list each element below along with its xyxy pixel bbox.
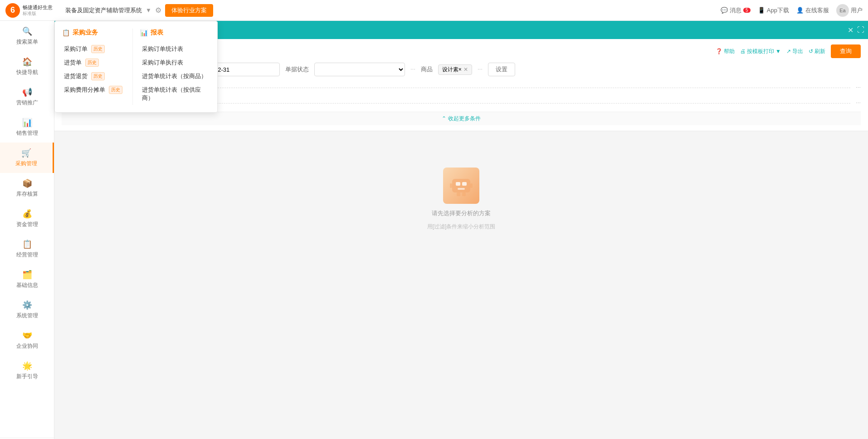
sidebar-item-system[interactable]: ⚙️ 系统管理: [0, 295, 54, 325]
help-label: 帮助: [724, 48, 735, 55]
goods-receipt-label: 进货单: [64, 59, 82, 67]
logo-area: 6 畅捷通好生意 标准版: [5, 3, 60, 18]
dropdown-item-purchase-cost[interactable]: 采购费用分摊单 历史: [62, 83, 132, 97]
tab-close-window-icon[interactable]: ✕: [848, 26, 853, 35]
export-btn[interactable]: ↗ 导出: [786, 48, 803, 55]
sidebar: 🔍 搜索菜单 🏠 快捷导航 📢 营销推广 📊 销售管理 🛒 采购管理 📦 库存核…: [0, 21, 54, 439]
sidebar-item-sales-label: 销售管理: [16, 129, 38, 137]
user-avatar: Ea: [836, 4, 849, 17]
setting-btn[interactable]: 设置: [488, 63, 515, 76]
top-bar: 6 畅捷通好生意 标准版 装备及固定资产辅助管理系统 ▼ ⚙ 体验行业方案 💬 …: [0, 0, 868, 21]
query-btn[interactable]: 查询: [831, 44, 861, 58]
sidebar-item-marketing-label: 营销推广: [16, 99, 38, 107]
dropdown-item-receipt-stat-supplier[interactable]: 进货单统计表（按供应商）: [140, 83, 210, 105]
sidebar-item-sales[interactable]: 📊 销售管理: [0, 112, 54, 143]
basic-info-icon: 🗂️: [22, 270, 32, 280]
app-download-btn[interactable]: 📱 App下载: [758, 6, 789, 15]
settings-icon[interactable]: ⚙: [155, 6, 161, 15]
goods-label: 商品: [421, 65, 433, 74]
customer-more-icon[interactable]: ⋯: [856, 100, 861, 106]
goods-receipt-hist-badge: 历史: [85, 59, 99, 67]
help-btn[interactable]: ❓ 帮助: [716, 48, 735, 55]
dropdown-item-goods-return[interactable]: 进货退货 历史: [62, 69, 132, 83]
search-menu-icon: 🔍: [22, 26, 32, 36]
help-icon: ❓: [716, 48, 722, 54]
sidebar-item-new-guide-label: 新手引导: [16, 373, 38, 380]
sidebar-item-search-menu[interactable]: 🔍 搜索菜单: [0, 21, 54, 51]
dropdown-item-receipt-stat-goods[interactable]: 进货单统计表（按商品）: [140, 69, 210, 83]
svg-rect-4: [450, 183, 452, 188]
system-title-dropdown-icon[interactable]: ▼: [146, 7, 151, 14]
empty-hint2: 用[过滤]条件来缩小分析范围: [427, 223, 496, 231]
refresh-icon: ↺: [809, 48, 813, 54]
svg-rect-5: [470, 183, 473, 188]
doc-status-more-icon[interactable]: ⋯: [410, 67, 415, 73]
print-btn[interactable]: 🖨 按模板打印 ▼: [740, 48, 781, 55]
dropdown-item-purchase-order[interactable]: 采购订单 历史: [62, 42, 132, 56]
message-btn[interactable]: 💬 消息 5: [721, 6, 751, 15]
user-btn[interactable]: Ea 用户: [836, 4, 863, 17]
top-bar-actions: 💬 消息 5 📱 App下载 👤 在线客服 Ea 用户: [721, 4, 863, 17]
sidebar-item-inventory-label: 库存核算: [16, 190, 38, 198]
tab-maximize-icon[interactable]: ⛶: [857, 26, 864, 34]
marketing-icon: 📢: [22, 87, 32, 97]
purchase-order-exec-label: 采购订单执行表: [142, 59, 183, 67]
dropdown-overlay: 📋 采购业务 采购订单 历史 进货单 历史 进货退货 历史 采购费用分摊单 历史: [54, 21, 218, 113]
goods-return-hist-badge: 历史: [91, 72, 105, 80]
dropdown-purchase-title: 📋 采购业务: [62, 29, 132, 37]
logo-line1: 畅捷通好生意: [23, 4, 53, 10]
empty-state: 请先选择要分析的方案 用[过滤]条件来缩小分析范围: [54, 131, 868, 267]
sidebar-item-business[interactable]: 📋 经营管理: [0, 234, 54, 264]
collapse-bar[interactable]: ⌃ 收起更多条件: [62, 112, 861, 125]
system-title: 装备及固定资产辅助管理系统: [65, 6, 142, 15]
sidebar-item-basic-info-label: 基础信息: [16, 281, 38, 289]
svg-rect-2: [462, 182, 467, 186]
report-section-icon: 📊: [140, 29, 148, 36]
quick-nav-icon: 🏠: [22, 57, 32, 67]
sidebar-item-finance-label: 资金管理: [16, 221, 38, 228]
message-badge: 5: [743, 8, 751, 13]
sidebar-item-finance[interactable]: 💰 资金管理: [0, 203, 54, 234]
sidebar-item-purchase[interactable]: 🛒 采购管理: [0, 143, 54, 173]
empty-hint1: 请先选择要分析的方案: [432, 209, 491, 217]
export-label: 导出: [792, 48, 803, 55]
dropdown-item-purchase-order-stat[interactable]: 采购订单统计表: [140, 42, 210, 56]
sidebar-item-system-label: 系统管理: [16, 312, 38, 320]
print-label: 按模板打印: [747, 48, 774, 55]
goods-more-icon[interactable]: ⋯: [478, 67, 483, 73]
salesperson-more-icon[interactable]: ⋯: [856, 85, 861, 91]
toolbar-right: ❓ 帮助 🖨 按模板打印 ▼ ↗ 导出 ↺: [716, 44, 861, 58]
dropdown-item-goods-receipt[interactable]: 进货单 历史: [62, 56, 132, 69]
purchase-icon: 🛒: [21, 148, 31, 158]
svg-rect-6: [457, 192, 460, 196]
industry-btn[interactable]: 体验行业方案: [165, 4, 213, 17]
purchase-section-icon: 📋: [62, 29, 70, 36]
dropdown-menu: 📋 采购业务 采购订单 历史 进货单 历史 进货退货 历史 采购费用分摊单 历史: [54, 21, 218, 113]
doc-status-select[interactable]: [314, 63, 405, 76]
sidebar-item-quick-nav-label: 快捷导航: [16, 69, 38, 76]
logo-line2: 标准版: [23, 10, 53, 16]
business-icon: 📋: [22, 239, 32, 249]
purchase-cost-hist-badge: 历史: [109, 86, 122, 94]
sidebar-item-cooperation[interactable]: 🤝 企业协同: [0, 325, 54, 355]
sidebar-item-basic-info[interactable]: 🗂️ 基础信息: [0, 264, 54, 295]
sidebar-item-quick-nav[interactable]: 🏠 快捷导航: [0, 51, 54, 82]
export-icon: ↗: [786, 48, 791, 54]
purchase-section-title-text: 采购业务: [73, 29, 98, 37]
sidebar-item-marketing[interactable]: 📢 营销推广: [0, 82, 54, 112]
refresh-btn[interactable]: ↺ 刷新: [809, 48, 825, 55]
app-download-label: App下载: [767, 6, 789, 15]
dropdown-item-purchase-order-exec[interactable]: 采购订单执行表: [140, 56, 210, 69]
sidebar-item-inventory[interactable]: 📦 库存核算: [0, 173, 54, 203]
goods-tag: 设计素× ✕: [438, 64, 472, 75]
purchase-order-hist-badge: 历史: [91, 45, 105, 53]
purchase-order-stat-label: 采购订单统计表: [142, 45, 183, 53]
user-label: 用户: [851, 6, 863, 15]
goods-tag-close-icon[interactable]: ✕: [463, 66, 468, 73]
print-dropdown-icon: ▼: [775, 48, 781, 54]
empty-robot-icon: [443, 168, 479, 204]
dropdown-report-col: 📊 报表 采购订单统计表 采购订单执行表 进货单统计表（按商品） 进货单统计表（…: [132, 29, 210, 105]
system-icon: ⚙️: [22, 300, 32, 310]
sidebar-item-new-guide[interactable]: 🌟 新手引导: [0, 355, 54, 386]
online-service-btn[interactable]: 👤 在线客服: [796, 6, 829, 15]
